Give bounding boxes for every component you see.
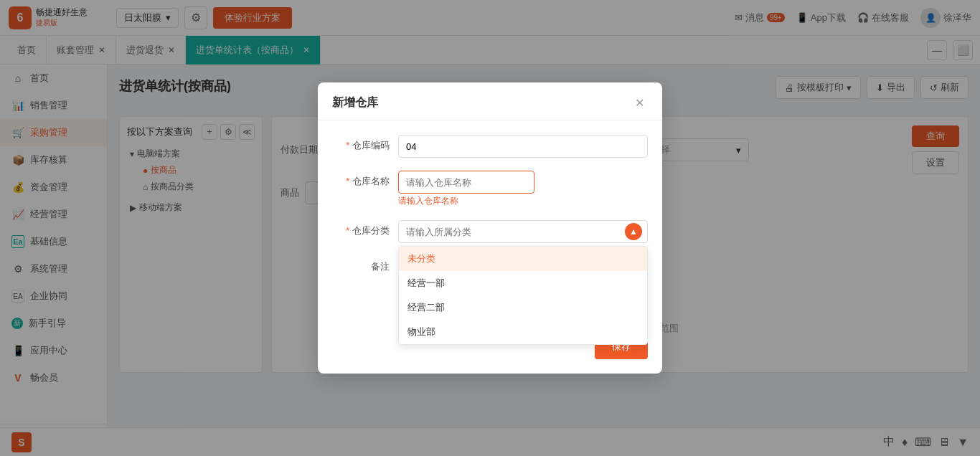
modal-close-button[interactable]: ✕: [631, 94, 648, 111]
category-arrow-button[interactable]: ▲: [625, 223, 642, 240]
dropdown-item-dept1[interactable]: 经营一部: [399, 271, 647, 295]
warehouse-category-row: 仓库分类 ▲ 未分类 经营一部 经营二部 物业部: [332, 220, 648, 243]
category-label: 仓库分类: [332, 220, 390, 237]
modal-body: 仓库编码 仓库名称 请输入仓库名称 仓库分类 ▲ 未分类: [318, 120, 662, 326]
warehouse-code-input[interactable]: [398, 135, 648, 158]
modal-overlay: 新增仓库 ✕ 仓库编码 仓库名称 请输入仓库名称 仓库分类: [0, 0, 980, 456]
name-label: 仓库名称: [332, 171, 390, 188]
dropdown-item-unclassified[interactable]: 未分类: [399, 247, 647, 271]
name-input-wrapper: 请输入仓库名称: [398, 171, 648, 207]
name-error-message: 请输入仓库名称: [398, 195, 648, 207]
note-label: 备注: [332, 256, 390, 273]
warehouse-name-row: 仓库名称 请输入仓库名称: [332, 171, 648, 207]
warehouse-name-input[interactable]: [398, 171, 534, 194]
add-warehouse-modal: 新增仓库 ✕ 仓库编码 仓库名称 请输入仓库名称 仓库分类: [318, 82, 662, 374]
dropdown-item-dept3[interactable]: 物业部: [399, 320, 647, 344]
modal-header: 新增仓库 ✕: [318, 82, 662, 120]
category-dropdown: 未分类 经营一部 经营二部 物业部: [398, 246, 648, 345]
category-input[interactable]: [398, 220, 648, 243]
warehouse-code-row: 仓库编码: [332, 135, 648, 158]
code-label: 仓库编码: [332, 135, 390, 152]
dropdown-item-dept2[interactable]: 经营二部: [399, 295, 647, 320]
modal-title: 新增仓库: [332, 95, 378, 110]
category-select-wrapper: ▲ 未分类 经营一部 经营二部 物业部: [398, 220, 648, 243]
